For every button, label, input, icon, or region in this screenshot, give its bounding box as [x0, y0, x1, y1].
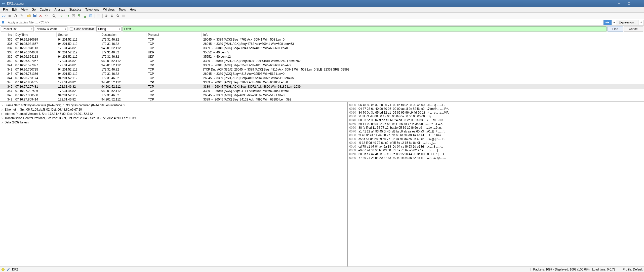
go-forward-icon[interactable]	[65, 13, 70, 19]
add-filter-button[interactable]: +	[639, 20, 643, 25]
packet-row[interactable]: 34007:16:26.597057172.31.46.8294.201.52.…	[0, 59, 644, 63]
menu-file[interactable]: File	[1, 7, 10, 12]
hex-line[interactable]: 00e0 77 d9 74 2c ba 20 b7 43 40 f4 1e c4…	[349, 156, 642, 160]
expression-button[interactable]: Expression...	[617, 20, 638, 25]
packet-row[interactable]: 34507:16:26.806765172.31.46.8294.201.52.…	[0, 80, 644, 84]
restart-capture-icon[interactable]	[13, 13, 18, 19]
protocol-tree-item[interactable]: ▷Data (1039 bytes)	[1, 120, 346, 125]
hex-line[interactable]: 0030 f6 d1 71 d4 00 00 17 03 03 04 0a 00…	[349, 115, 642, 118]
save-file-icon[interactable]	[32, 13, 37, 19]
packet-row[interactable]: 33707:16:25.978113172.31.46.8294.201.52.…	[0, 46, 644, 50]
find-packet-bar: Packet list Narrow & Wide Case sensitive…	[0, 26, 644, 32]
protocol-tree-item[interactable]: ▷Ethernet II, Src: 06:71:09:cb:f8:02, Ds…	[1, 108, 346, 112]
window-title: DP2.pcapng	[7, 2, 614, 5]
packet-row[interactable]: 34707:16:27.207536172.31.46.8294.201.52.…	[0, 89, 644, 93]
packet-row[interactable]: 34407:16:26.75317494.201.52.112172.31.46…	[0, 76, 644, 80]
reload-icon[interactable]	[44, 13, 49, 19]
case-sensitive-checkbox[interactable]: Case sensitive	[68, 27, 95, 31]
find-button[interactable]: Find	[608, 26, 623, 31]
hex-line[interactable]: 0050 e9 11 90 bf 94 22 05 5e 9c f1 b5 4c…	[349, 122, 642, 126]
hex-line[interactable]: 00d0 38 0b e7 a7 4f 5b 52 e3 7c d8 15 9b…	[349, 152, 642, 156]
find-packet-icon[interactable]	[51, 13, 57, 19]
status-packet-counts: Packets: 1097 · Displayed: 1097 (100.0%)…	[530, 268, 618, 271]
colorize-icon[interactable]	[96, 13, 101, 19]
start-capture-icon[interactable]	[1, 13, 7, 19]
protocol-tree-item[interactable]: ▷Transmission Control Protocol, Src Port…	[1, 116, 346, 120]
menu-wireless[interactable]: Wireless	[101, 7, 117, 12]
menu-edit[interactable]: Edit	[10, 7, 19, 12]
goto-first-icon[interactable]	[76, 13, 82, 19]
filter-history-dropdown[interactable]: ▾	[612, 20, 616, 25]
hex-line[interactable]: 0010 04 37 23 6d 40 00 80 06 00 00 ac 1f…	[349, 107, 642, 111]
hex-line[interactable]: 0020 34 70 0d 3d 65 bd 12 c1 05 65 95 96…	[349, 111, 642, 115]
col-header-info[interactable]: Info	[202, 32, 644, 37]
cancel-button[interactable]: Cancel	[624, 26, 643, 31]
hex-line[interactable]: 00c0 e0 c7 7d 60 06 b0 03 b0 81 3a 7c 97…	[349, 149, 642, 152]
packet-row[interactable]: 34807:16:27.36853094.201.52.112172.31.46…	[0, 93, 644, 97]
apply-filter-button[interactable]	[603, 20, 612, 25]
go-back-icon[interactable]	[59, 13, 65, 19]
close-button[interactable]	[634, 0, 644, 7]
stop-capture-icon[interactable]	[7, 13, 12, 19]
hex-line[interactable]: 00b0 cd 78 e1 b7 04 a4 9a 38 0d 04 ce f6…	[349, 145, 642, 149]
resize-columns-icon[interactable]	[121, 13, 127, 19]
packet-row[interactable]: 33807:16:26.34460894.201.52.112172.31.46…	[0, 50, 644, 54]
packet-row[interactable]: 33507:16:25.93063994.201.52.112172.31.46…	[0, 37, 644, 42]
col-header-protocol[interactable]: Protocol	[146, 32, 202, 37]
menu-capture[interactable]: Capture	[38, 7, 53, 12]
hex-line[interactable]: 0000 06 48 80 e6 d7 20 06 71 09 cb f8 02…	[349, 103, 642, 107]
minimize-button[interactable]	[614, 0, 624, 7]
packet-row[interactable]: 33907:16:26.36411394.201.52.112172.31.46…	[0, 54, 644, 59]
open-file-icon[interactable]	[26, 13, 32, 19]
hex-line[interactable]: 0090 c5 9f 57 da 28 29 e5 7c 32 04 91 d4…	[349, 137, 642, 141]
capture-options-icon[interactable]	[18, 13, 24, 19]
zoom-in-icon[interactable]	[104, 13, 109, 19]
col-header-destination[interactable]: Destination	[100, 32, 146, 37]
col-header-no[interactable]: No	[0, 32, 14, 37]
svg-rect-20	[97, 16, 100, 16]
menu-tools[interactable]: Tools	[117, 7, 128, 12]
search-scope-combo[interactable]: Packet list	[1, 26, 34, 31]
packet-bytes-pane[interactable]: 0000 06 48 80 e6 d7 20 06 71 09 cb f8 02…	[348, 102, 644, 266]
display-filter-input[interactable]	[6, 20, 603, 25]
hex-line[interactable]: 00a0 f9 18 ff 0d 49 72 6c c9 ef 5f 6c c2…	[349, 141, 642, 145]
protocol-tree-item[interactable]: ▷Frame 346: 1093 bytes on wire (8744 bit…	[1, 103, 346, 108]
col-header-time[interactable]: Day Time	[14, 32, 57, 37]
protocol-tree-item[interactable]: ▷Internet Protocol Version 4, Src: 172.3…	[1, 112, 346, 116]
goto-packet-icon[interactable]	[71, 13, 76, 19]
packet-row[interactable]: 34207:16:26.75072594.201.52.112172.31.46…	[0, 67, 644, 72]
zoom-reset-icon[interactable]: 1	[115, 13, 121, 19]
menu-go[interactable]: Go	[30, 7, 38, 12]
packet-row[interactable]: 34107:16:26.597097172.31.46.8294.201.52.…	[0, 63, 644, 67]
search-query-input[interactable]	[123, 26, 607, 31]
edit-capture-icon[interactable]	[7, 268, 10, 271]
menu-bar: FileEditViewGoCaptureAnalyzeStatisticsTe…	[0, 7, 644, 13]
goto-last-icon[interactable]	[82, 13, 88, 19]
menu-analyze[interactable]: Analyze	[53, 7, 67, 12]
packet-details-pane[interactable]: ▷Frame 346: 1093 bytes on wire (8744 bit…	[0, 102, 348, 266]
hex-line[interactable]: 0080 f3 48 0c c4 1a ea 00 27 db 68 61 3c…	[349, 133, 642, 137]
menu-help[interactable]: Help	[128, 7, 138, 12]
search-type-combo[interactable]: String	[96, 26, 122, 31]
maximize-button[interactable]	[624, 0, 634, 7]
packet-row[interactable]: 34607:16:27.207481172.31.46.8294.201.52.…	[0, 84, 644, 89]
hex-line[interactable]: 0060 88 fa ff cd 11 74 77 12 ba 2e 05 39…	[349, 126, 642, 130]
menu-view[interactable]: View	[19, 7, 30, 12]
packet-row[interactable]: 33607:16:25.93186794.201.52.112172.31.46…	[0, 42, 644, 46]
close-file-icon[interactable]	[38, 13, 43, 19]
auto-scroll-icon[interactable]	[88, 13, 94, 19]
col-header-source[interactable]: Source	[57, 32, 100, 37]
packet-row[interactable]: 34907:16:27.809414172.31.46.8294.201.52.…	[0, 97, 644, 101]
svg-line-23	[107, 16, 108, 17]
menu-telephony[interactable]: Telephony	[83, 7, 101, 12]
expert-info-icon[interactable]	[2, 268, 5, 271]
search-charset-combo[interactable]: Narrow & Wide	[35, 26, 67, 31]
hex-line[interactable]: 0040 00 03 5c 06 b7 ff be f0 61 24 ed 83…	[349, 118, 642, 122]
svg-rect-1	[628, 3, 630, 5]
menu-statistics[interactable]: Statistics	[67, 7, 83, 12]
filter-bookmark-icon[interactable]	[1, 20, 6, 25]
zoom-out-icon[interactable]	[109, 13, 115, 19]
packet-row[interactable]: 34307:16:26.75136694.201.52.112172.31.46…	[0, 72, 644, 76]
status-profile[interactable]: Profile: Default	[620, 268, 642, 271]
hex-line[interactable]: 0070 a1 41 29 a4 93 45 5f 46 d3 fa c0 ab…	[349, 130, 642, 133]
